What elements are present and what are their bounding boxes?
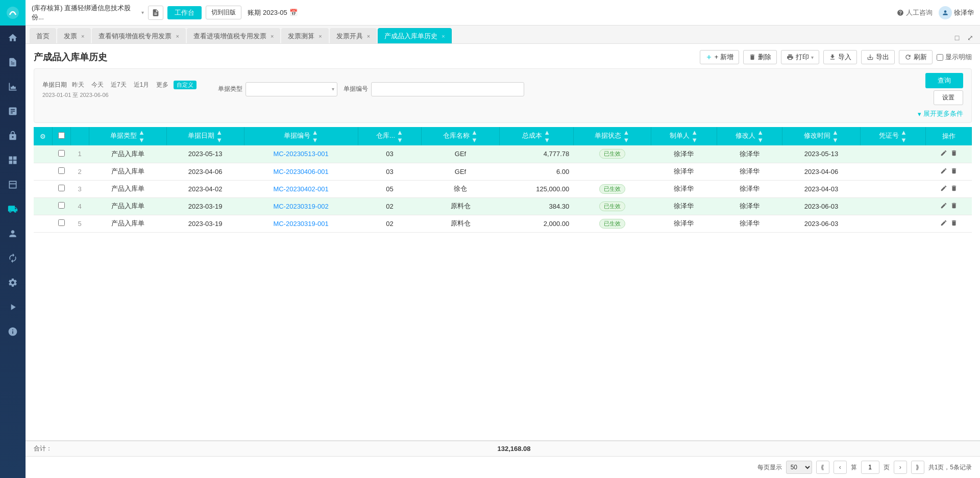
sidebar-item-person[interactable] (0, 221, 26, 246)
delete-icon[interactable] (950, 219, 958, 228)
select-all-checkbox[interactable] (58, 132, 65, 139)
tab-maximize-btn[interactable]: ⤢ (965, 32, 976, 43)
col-warehouse-code[interactable]: 仓库...▲▼ (358, 127, 422, 145)
tab-home[interactable]: 首页 (30, 28, 56, 43)
tab-invoice-calc[interactable]: 发票测算 × (281, 28, 328, 43)
col-modify-time[interactable]: 修改时间▲▼ (782, 127, 860, 145)
row-checkbox[interactable] (58, 150, 65, 157)
tab-restore-btn[interactable]: □ (951, 32, 963, 43)
row-checkbox[interactable] (58, 167, 65, 174)
tab-invoice-calc-close[interactable]: × (318, 33, 322, 39)
delete-icon[interactable] (950, 167, 958, 176)
doc-no-input[interactable] (371, 82, 524, 96)
sidebar-item-table[interactable] (0, 172, 26, 197)
user-service-btn[interactable]: 人工咨询 (897, 8, 933, 17)
show-detail-checkbox[interactable] (937, 54, 943, 61)
delete-btn[interactable]: 删除 (743, 50, 777, 64)
col-modifier[interactable]: 修改人▲▼ (717, 127, 782, 145)
next-page-btn[interactable]: › (894, 461, 907, 474)
edit-icon[interactable] (940, 202, 947, 211)
doc-icon-btn[interactable] (148, 6, 163, 20)
filter-yesterday[interactable]: 昨天 (70, 80, 86, 90)
tab-invoice-close[interactable]: × (81, 33, 84, 39)
tab-sales-vat-close[interactable]: × (176, 33, 179, 39)
sidebar-item-lock[interactable] (0, 123, 26, 148)
delete-icon[interactable] (950, 202, 958, 211)
row-checkbox[interactable] (58, 185, 65, 191)
delete-icon[interactable] (950, 185, 958, 193)
expand-conditions-btn[interactable]: ▾ 展开更多条件 (918, 109, 963, 118)
user-info[interactable]: 徐泽华 (939, 6, 974, 19)
page-unit: 页 (884, 463, 890, 472)
tab-invoice-issue-close[interactable]: × (367, 33, 370, 39)
col-doc-date[interactable]: 单据日期▲▼ (166, 127, 244, 145)
print-btn[interactable]: 打印 ▾ (781, 50, 819, 64)
cell-doc-no[interactable]: MC-20230513-001 (244, 145, 358, 163)
cell-doc-status: 已生效 (573, 180, 651, 197)
sidebar-item-settings[interactable] (0, 270, 26, 295)
filter-today[interactable]: 今天 (89, 80, 106, 90)
tab-product-history-close[interactable]: × (442, 33, 445, 39)
edit-icon[interactable] (940, 185, 947, 193)
sidebar-item-chart[interactable] (0, 74, 26, 99)
filter-more[interactable]: 更多 (154, 80, 170, 90)
col-doc-no[interactable]: 单据编号▲▼ (244, 127, 358, 145)
refresh-btn[interactable]: 刷新 (899, 50, 933, 64)
table-row: 4 产品入库单 2023-03-19 MC-20230319-002 02 原料… (34, 197, 972, 215)
per-page-select[interactable]: 10 20 50 100 (786, 461, 812, 474)
print-dropdown-icon[interactable]: ▾ (811, 55, 814, 60)
first-page-btn[interactable]: ⟪ (816, 461, 829, 474)
delete-icon[interactable] (950, 149, 958, 158)
sidebar-item-warehouse[interactable] (0, 197, 26, 221)
cell-doc-no[interactable]: MC-20230319-001 (244, 215, 358, 232)
app-logo[interactable] (0, 0, 26, 26)
query-btn[interactable]: 查询 (925, 73, 963, 88)
cell-doc-no[interactable]: MC-20230406-001 (244, 163, 358, 180)
sidebar-item-analytics[interactable] (0, 99, 26, 123)
filter-1month[interactable]: 近1月 (132, 80, 152, 90)
sidebar-item-version[interactable] (0, 319, 26, 344)
sidebar-item-home[interactable] (0, 26, 26, 50)
sidebar-item-refresh[interactable] (0, 246, 26, 270)
cell-doc-no[interactable]: MC-20230402-001 (244, 180, 358, 197)
tab-input-vat[interactable]: 查看进项增值税专用发票 × (187, 28, 280, 43)
tab-product-history[interactable]: 产成品入库单历史 × (378, 28, 451, 43)
calendar-icon[interactable]: 📅 (289, 9, 298, 16)
row-checkbox[interactable] (58, 219, 65, 226)
row-checkbox[interactable] (58, 202, 65, 209)
sidebar-item-docs[interactable] (0, 50, 26, 74)
sidebar-item-grid[interactable] (0, 148, 26, 172)
tab-invoice-issue[interactable]: 发票开具 × (330, 28, 377, 43)
doc-type-select[interactable]: 产品入库单 (246, 82, 337, 96)
last-page-btn[interactable]: ⟫ (911, 461, 924, 474)
prev-page-btn[interactable]: ‹ (834, 461, 847, 474)
tab-invoice[interactable]: 发票 × (57, 28, 91, 43)
tab-input-vat-close[interactable]: × (271, 33, 274, 39)
export-btn[interactable]: 导出 (861, 50, 895, 64)
show-detail-label[interactable]: 显示明细 (937, 53, 972, 62)
company-selector[interactable]: (库存核算) 直播轻绑通信息技术股份... ▾ (32, 4, 144, 22)
company-dropdown-icon[interactable]: ▾ (141, 10, 144, 15)
col-warehouse-name[interactable]: 仓库名称▲▼ (422, 127, 499, 145)
set-btn[interactable]: 设置 (934, 90, 963, 105)
topbar-right: 人工咨询 徐泽华 (897, 6, 974, 19)
tab-sales-vat[interactable]: 查看销项增值税专用发票 × (92, 28, 185, 43)
new-btn[interactable]: + 新增 (700, 50, 739, 64)
edit-icon[interactable] (940, 167, 947, 176)
col-creator[interactable]: 制单人▲▼ (651, 127, 717, 145)
page-input[interactable] (861, 461, 879, 474)
col-voucher-no[interactable]: 凭证号▲▼ (860, 127, 926, 145)
col-doc-type[interactable]: 单据类型▲▼ (89, 127, 166, 145)
edit-icon[interactable] (940, 149, 947, 158)
switch-version-btn[interactable]: 切到旧版 (206, 6, 241, 19)
col-total-cost[interactable]: 总成本▲▼ (499, 127, 573, 145)
cell-doc-no[interactable]: MC-20230319-002 (244, 197, 358, 215)
workstation-btn[interactable]: 工作台 (167, 6, 202, 19)
col-doc-status[interactable]: 单据状态▲▼ (573, 127, 651, 145)
filter-custom-tag[interactable]: 自定义 (174, 81, 197, 89)
col-settings[interactable]: ⚙ (34, 127, 52, 145)
sidebar-item-play[interactable] (0, 295, 26, 319)
filter-7days[interactable]: 近7天 (109, 80, 129, 90)
edit-icon[interactable] (940, 219, 947, 228)
import-btn[interactable]: 导入 (823, 50, 857, 64)
